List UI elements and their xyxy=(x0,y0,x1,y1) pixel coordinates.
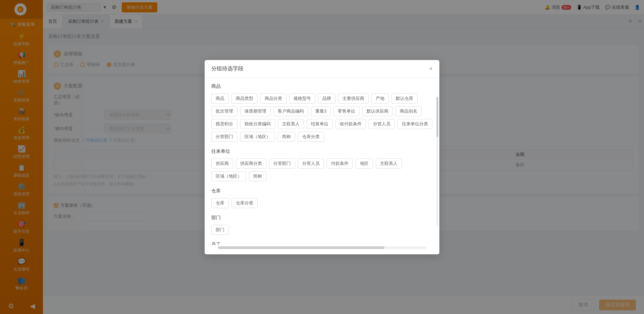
field-tag-supplier[interactable]: 供应商 xyxy=(211,159,233,169)
modal-scrollbar-track[interactable] xyxy=(436,97,438,226)
field-tag-settle-unit[interactable]: 结算单位 xyxy=(307,119,333,129)
field-tag-tax-code[interactable]: 税收分类编码 xyxy=(240,119,275,129)
field-group-product: 商品 商品 商品类型 商品分类 规格型号 品牌 主要供应商 产地 默认仓库 批次… xyxy=(211,83,433,142)
field-group-department: 部门 部门 xyxy=(211,215,433,235)
field-tag-customer-code[interactable]: 客户商品编码 xyxy=(273,106,308,116)
field-tag-area[interactable]: 地区 xyxy=(356,159,373,169)
field-tags-partner: 供应商 供应商分类 分管部门 分管人员 付款条件 地区 主联系人 区域（地区） … xyxy=(211,159,433,181)
field-group-product-title: 商品 xyxy=(211,83,433,89)
field-tag-product-category[interactable]: 商品分类 xyxy=(260,93,286,104)
field-tag-warehouse-cat[interactable]: 仓库分类 xyxy=(298,132,324,142)
field-tag-default-supplier[interactable]: 默认供应商 xyxy=(362,106,393,116)
field-tag-pick-score[interactable]: 拣货积分 xyxy=(211,119,237,129)
field-tag-abbr-partner[interactable]: 简称 xyxy=(249,171,266,181)
modal-header: 分组待选字段 × xyxy=(205,60,439,78)
field-group-partner: 往来单位 供应商 供应商分类 分管部门 分管人员 付款条件 地区 主联系人 区域… xyxy=(211,148,433,181)
field-tag-abbr-product[interactable]: 简称 xyxy=(278,132,295,142)
field-tag-main-contact-partner[interactable]: 主联系人 xyxy=(376,159,402,169)
modal-hscroll-container xyxy=(205,245,439,254)
field-tag-department[interactable]: 部门 xyxy=(211,225,229,235)
field-tag-batch-mgmt[interactable]: 批次管理 xyxy=(211,106,237,116)
modal-hscroll-bar[interactable] xyxy=(218,246,426,249)
field-group-employee-title: 员工 xyxy=(211,242,433,245)
field-group-warehouse-title: 仓库 xyxy=(211,188,433,194)
field-tag-retail-unit[interactable]: 零售单位 xyxy=(333,106,360,116)
field-tag-shelf-life[interactable]: 保质期管理 xyxy=(240,106,271,116)
field-tag-brand[interactable]: 品牌 xyxy=(318,93,335,104)
field-tag-product[interactable]: 商品 xyxy=(211,93,229,104)
field-tag-main-contact[interactable]: 主联系人 xyxy=(278,119,304,129)
field-tag-weight[interactable]: 重量3 xyxy=(311,106,331,116)
modal-hscroll-thumb xyxy=(218,246,384,249)
field-group-warehouse: 仓库 仓库 仓库分类 xyxy=(211,188,433,208)
modal-title: 分组待选字段 xyxy=(211,65,244,72)
field-tag-warehouse-category[interactable]: 仓库分类 xyxy=(231,198,258,208)
field-tag-alias[interactable]: 商品别名 xyxy=(395,106,422,116)
modal-body[interactable]: 商品 商品 商品类型 商品分类 规格型号 品牌 主要供应商 产地 默认仓库 批次… xyxy=(205,78,439,245)
field-tag-supplier-category[interactable]: 供应商分类 xyxy=(236,159,266,169)
field-tags-department: 部门 xyxy=(211,225,433,235)
field-tag-manager[interactable]: 分管人员 xyxy=(369,119,395,129)
field-tag-main-supplier[interactable]: 主要供应商 xyxy=(338,93,369,104)
field-tag-warehouse[interactable]: 仓库 xyxy=(211,198,229,208)
field-tag-region-product[interactable]: 区域（地区） xyxy=(240,132,275,142)
field-tag-dept[interactable]: 分管部门 xyxy=(211,132,237,142)
field-tag-manager-partner[interactable]: 分管人员 xyxy=(298,159,324,169)
field-tag-partner-category[interactable]: 往来单位分类 xyxy=(397,119,432,129)
field-group-partner-title: 往来单位 xyxy=(211,148,433,154)
field-group-department-title: 部门 xyxy=(211,215,433,221)
field-tag-product-type[interactable]: 商品类型 xyxy=(231,93,258,104)
field-tag-spec-model[interactable]: 规格型号 xyxy=(289,93,315,104)
modal-scrollbar-thumb xyxy=(436,97,438,137)
field-tags-warehouse: 仓库 仓库分类 xyxy=(211,198,433,208)
modal-close-button[interactable]: × xyxy=(429,65,433,72)
field-tag-origin[interactable]: 产地 xyxy=(371,93,389,104)
field-tag-region-partner[interactable]: 区域（地区） xyxy=(211,171,246,181)
field-tag-payment-cond[interactable]: 付款条件 xyxy=(327,159,353,169)
field-tag-payment-terms[interactable]: 收付款条件 xyxy=(335,119,366,129)
field-tags-product: 商品 商品类型 商品分类 规格型号 品牌 主要供应商 产地 默认仓库 批次管理 … xyxy=(211,93,433,142)
field-tag-default-warehouse[interactable]: 默认仓库 xyxy=(391,93,418,104)
field-tag-dept-partner[interactable]: 分管部门 xyxy=(269,159,295,169)
field-select-modal: 分组待选字段 × 商品 商品 商品类型 商品分类 规格型号 品牌 主要供应商 产… xyxy=(205,60,439,254)
field-group-employee: 员工 业务员 xyxy=(211,242,433,245)
